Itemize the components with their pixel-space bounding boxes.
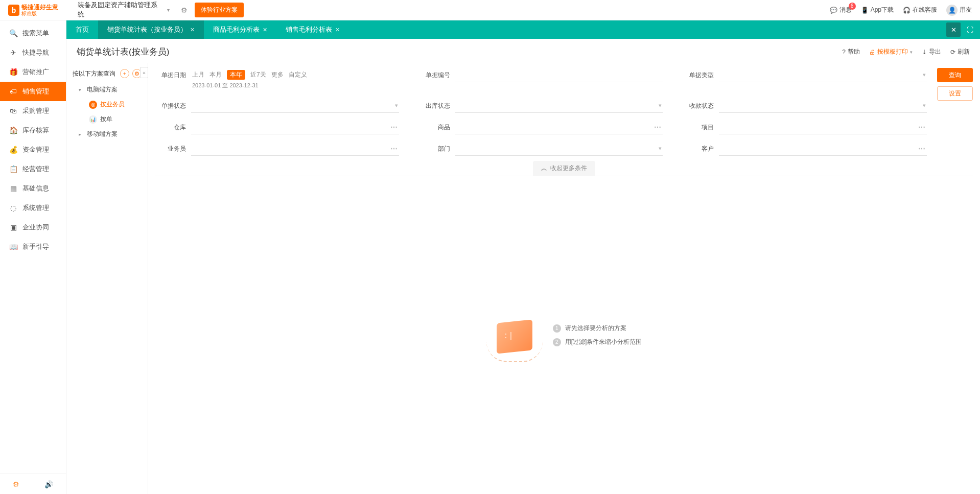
close-icon[interactable]: ✕ [190, 27, 195, 33]
fullscreen-button[interactable]: ⛶ [963, 22, 977, 37]
order-status-select[interactable]: ▾ [191, 99, 399, 113]
sidebar-item-label: 企业协同 [22, 223, 49, 232]
sound-icon[interactable]: 🔊 [44, 480, 53, 488]
salesman-picker[interactable]: ⋯ [191, 142, 399, 156]
sidebar-item-label: 经营管理 [22, 164, 49, 174]
date-last7[interactable]: 近7天 [250, 70, 266, 79]
field-label: 单据编号 [419, 68, 450, 80]
tab-label: 商品毛利分析表 [213, 25, 260, 34]
order-no-input[interactable] [455, 68, 663, 82]
sidebar-item-enterprise[interactable]: ▣企业协同 [0, 218, 66, 237]
app-download-link[interactable]: 📱 App下载 [861, 6, 894, 14]
close-icon[interactable]: ✕ [263, 27, 267, 33]
sidebar-item-label: 新手引导 [22, 242, 49, 251]
export-icon: ⤓ [922, 49, 927, 56]
brand-logo: b 畅捷通好生意 标准版 [8, 4, 64, 16]
close-all-tabs-button[interactable]: ✕ [946, 22, 961, 37]
user-menu[interactable]: 👤 用友 [946, 5, 972, 16]
scheme-panel: 按以下方案查询 + ⚙ « ▾电脑端方案 ◎按业务员 📊按单 ▸移动端方案 [66, 63, 148, 494]
house-icon: 🏠 [9, 126, 17, 134]
sidebar-item-purchase[interactable]: 🛍采购管理 [0, 101, 66, 121]
tree-pc-schemes[interactable]: ▾电脑端方案 [71, 82, 144, 97]
field-label: 单据日期 [155, 68, 186, 80]
product-picker[interactable]: ⋯ [455, 120, 663, 134]
print-template-button[interactable]: 🖨按模板打印▾ [869, 48, 913, 56]
refresh-button[interactable]: ⟳刷新 [950, 48, 970, 56]
pay-status-select[interactable]: ▾ [719, 99, 927, 113]
field-date: 单据日期 上月 本月 本年 近7天 更多 自定义 [155, 68, 399, 91]
sidebar-item-basic[interactable]: ▦基础信息 [0, 179, 66, 198]
customer-service-link[interactable]: 🎧 在线客服 [903, 6, 937, 14]
sidebar-item-guide[interactable]: 📖新手引导 [0, 237, 66, 256]
filter-area: 单据日期 上月 本月 本年 近7天 更多 自定义 [148, 63, 980, 494]
help-link[interactable]: ?帮助 [842, 48, 860, 56]
date-last-month[interactable]: 上月 [192, 70, 204, 79]
tab-sales-stats[interactable]: 销货单统计表（按业务员） ✕ [98, 20, 204, 39]
field-pay-status: 收款状态 ▾ [683, 99, 927, 113]
date-this-year[interactable]: 本年 [227, 70, 245, 80]
collapse-scheme-panel-button[interactable]: « [140, 67, 148, 78]
customer-picker[interactable]: ⋯ [719, 142, 927, 156]
tree-label: 移动端方案 [87, 130, 118, 138]
export-button[interactable]: ⤓导出 [922, 48, 941, 56]
query-button[interactable]: 查询 [937, 68, 973, 82]
tab-home[interactable]: 首页 [66, 20, 98, 39]
sidebar-item-search-menu[interactable]: 🔍搜索菜单 [0, 23, 66, 43]
warehouse-picker[interactable]: ⋯ [191, 120, 399, 134]
tree-by-salesman[interactable]: ◎按业务员 [71, 97, 144, 112]
project-picker[interactable]: ⋯ [719, 120, 927, 134]
date-this-month[interactable]: 本月 [209, 70, 222, 79]
chevron-down-icon: ▾ [659, 102, 662, 109]
field-label: 客户 [683, 142, 714, 153]
experience-industry-button[interactable]: 体验行业方案 [195, 3, 244, 17]
page-actions: ?帮助 🖨按模板打印▾ ⤓导出 ⟳刷新 [842, 48, 970, 56]
tab-product-profit[interactable]: 商品毛利分析表 ✕ [204, 20, 276, 39]
tab-sales-profit[interactable]: 销售毛利分析表 ✕ [276, 20, 349, 39]
sidebar-item-funds[interactable]: 💰资金管理 [0, 140, 66, 159]
date-quick-picker: 上月 本月 本年 近7天 更多 自定义 2023-01-01 至 2023-12… [191, 68, 399, 91]
filter-grid: 单据日期 上月 本月 本年 近7天 更多 自定义 [155, 68, 927, 156]
chevron-down-icon: ▾ [659, 145, 662, 152]
sidebar-footer: ⚙ 🔊 [0, 474, 66, 494]
tab-label: 首页 [76, 25, 89, 34]
date-more[interactable]: 更多 [271, 70, 284, 79]
print-label: 按模板打印 [877, 48, 908, 56]
field-label: 项目 [683, 120, 714, 132]
search-icon: 🔍 [9, 29, 17, 37]
date-custom[interactable]: 自定义 [289, 70, 307, 79]
money-icon: 💰 [9, 146, 17, 154]
sidebar-item-label: 采购管理 [22, 106, 49, 115]
settings-gear-icon[interactable]: ⚙ [13, 480, 19, 488]
sidebar-item-inventory[interactable]: 🏠库存核算 [0, 121, 66, 140]
out-status-select[interactable]: ▾ [455, 99, 663, 113]
tree-by-order[interactable]: 📊按单 [71, 112, 144, 127]
sidebar-item-marketing[interactable]: 🎁营销推广 [0, 62, 66, 82]
close-icon[interactable]: ✕ [335, 27, 340, 33]
sidebar-item-operations[interactable]: 📋经营管理 [0, 159, 66, 179]
step-badge: 2 [553, 338, 561, 346]
field-label: 业务员 [155, 142, 186, 153]
sidebar-item-quick-nav[interactable]: ✈快捷导航 [0, 43, 66, 62]
messages-link[interactable]: 💬 消息 6 [830, 6, 852, 14]
gear-icon[interactable]: ⚙ [181, 6, 188, 14]
tree-mobile-schemes[interactable]: ▸移动端方案 [71, 127, 144, 142]
order-type-select[interactable]: ▾ [719, 68, 927, 82]
more-icon: ⋯ [918, 145, 926, 153]
system-selector[interactable]: 装备及固定资产辅助管理系统 ▾ [73, 0, 175, 21]
sidebar-item-sales[interactable]: 🏷销售管理 [0, 82, 66, 101]
field-label: 单据类型 [683, 68, 714, 80]
settings-button[interactable]: 设置 [937, 86, 973, 101]
field-salesman: 业务员 ⋯ [155, 142, 399, 156]
messages-badge: 6 [849, 3, 856, 10]
sidebar-item-system[interactable]: ◌系统管理 [0, 198, 66, 218]
scheme-panel-header: 按以下方案查询 + ⚙ [71, 68, 144, 82]
field-label: 出库状态 [419, 99, 450, 110]
field-order-no: 单据编号 [419, 68, 663, 91]
sidebar-item-label: 库存核算 [22, 126, 49, 135]
collapse-filters-button[interactable]: ︽ 收起更多条件 [533, 161, 595, 176]
filter-actions: 查询 设置 [937, 68, 973, 156]
add-scheme-button[interactable]: + [120, 69, 129, 78]
sidebar-item-label: 营销推广 [22, 67, 49, 77]
department-select[interactable]: ▾ [455, 142, 663, 156]
sidebar-item-label: 系统管理 [22, 203, 49, 213]
